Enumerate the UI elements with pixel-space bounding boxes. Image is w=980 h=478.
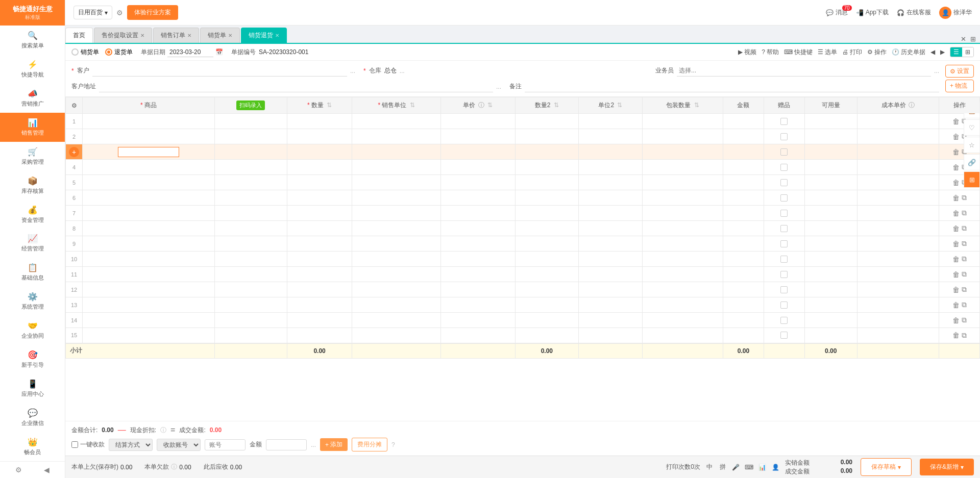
delete-row-7-button[interactable]: 🗑 — [952, 209, 960, 217]
select-order-button[interactable]: ☰ 选单 — [818, 48, 837, 57]
customer-input[interactable] — [92, 65, 347, 77]
row-qty-3[interactable] — [287, 144, 352, 160]
gift-checkbox-6[interactable] — [780, 194, 788, 202]
unit2-sort-icon[interactable]: ⇅ — [617, 102, 622, 109]
row-sale-unit-1[interactable] — [352, 114, 441, 129]
tab-sale-delivery-close-icon[interactable]: ✕ — [228, 33, 232, 38]
customer-dots[interactable]: ... — [350, 67, 355, 74]
delete-row-3-button[interactable]: 🗑 — [952, 147, 960, 156]
address-dots[interactable]: ... — [496, 83, 501, 90]
tab-sale-price-close-icon[interactable]: ✕ — [140, 33, 144, 38]
copy-row-8-button[interactable]: ⧉ — [962, 224, 967, 233]
row-gift-3[interactable] — [764, 144, 804, 160]
date-input[interactable] — [167, 47, 213, 57]
copy-row-13-button[interactable]: ⧉ — [962, 300, 967, 309]
operate-button[interactable]: ⚙ 操作 — [867, 48, 887, 57]
tab-sale-delivery[interactable]: 销货单 ✕ — [200, 28, 240, 43]
row-unit2-2[interactable] — [579, 129, 643, 144]
save-draft-button[interactable]: 保存草稿 ▾ — [861, 458, 912, 476]
settle-method-select[interactable]: 结算方式 — [109, 439, 153, 451]
sale-unit-sort-icon[interactable]: ⇅ — [410, 102, 415, 109]
gift-checkbox-10[interactable] — [780, 256, 788, 263]
sidebar-item-system[interactable]: ⚙️ 系统管理 — [0, 287, 65, 316]
pack-qty-sort-icon[interactable]: ⇅ — [694, 102, 699, 109]
salesperson-dots[interactable]: ... — [934, 67, 939, 74]
row-unit-price-1[interactable] — [441, 114, 515, 129]
float-link-button[interactable]: 🔗 — [964, 154, 980, 170]
sidebar-item-appstore[interactable]: 📱 应用中心 — [0, 374, 65, 403]
radio-delivery[interactable]: 销货单 — [71, 48, 99, 57]
user-profile-button[interactable]: 👤 徐泽华 — [939, 7, 972, 19]
delete-row-8-button[interactable]: 🗑 — [952, 224, 960, 233]
row-sale-unit-3[interactable] — [352, 144, 441, 160]
split-cost-button[interactable]: 费用分摊 — [352, 438, 387, 451]
row-qty2-3[interactable] — [515, 144, 579, 160]
float-table-button[interactable]: ⊞ — [964, 171, 980, 188]
sidebar-item-marketing[interactable]: 📣 营销推广 — [0, 84, 65, 113]
split-help-icon[interactable]: ? — [391, 441, 395, 448]
radio-return[interactable]: 退货单 — [105, 48, 133, 57]
delete-row-14-button[interactable]: 🗑 — [952, 316, 960, 324]
amount-input[interactable] — [266, 439, 307, 450]
taskbar-icon-2[interactable]: 拼 — [718, 462, 728, 472]
sidebar-item-search[interactable]: 🔍 搜索菜单 — [0, 26, 65, 55]
gift-checkbox-1[interactable] — [780, 118, 788, 125]
scan-button[interactable]: 扫码录入 — [236, 100, 265, 110]
account-no-input[interactable] — [205, 439, 246, 450]
th-scan[interactable]: 扫码录入 — [214, 97, 287, 114]
taskbar-icon-6[interactable]: 👤 — [771, 462, 781, 472]
float-star-button[interactable]: ☆ — [964, 137, 980, 153]
tab-home[interactable]: 首页 — [65, 28, 93, 43]
taskbar-icon-1[interactable]: 中 — [704, 462, 715, 472]
sidebar-item-basic[interactable]: 📋 基础信息 — [0, 258, 65, 287]
remark-input[interactable] — [525, 81, 939, 92]
message-button[interactable]: 💬 消息 70 — [826, 8, 848, 17]
row-amount-2[interactable] — [723, 129, 764, 144]
gift-checkbox-11[interactable] — [780, 271, 788, 278]
row-product-2[interactable] — [83, 129, 215, 144]
gift-checkbox-13[interactable] — [780, 301, 788, 309]
address-input[interactable] — [99, 81, 493, 92]
float-heart-button[interactable]: ♡ — [964, 119, 980, 136]
copy-row-14-button[interactable]: ⧉ — [962, 316, 967, 324]
logistics-button[interactable]: + 物流 — [945, 80, 974, 92]
row-qty-2[interactable] — [287, 129, 352, 144]
row-unit2-3[interactable] — [579, 144, 643, 160]
delete-row-11-button[interactable]: 🗑 — [952, 270, 960, 279]
row-unit2-1[interactable] — [579, 114, 643, 129]
row-sale-unit-2[interactable] — [352, 129, 441, 144]
row-gift-1[interactable] — [764, 114, 804, 129]
nav-next-icon[interactable]: ▶ — [940, 48, 945, 56]
sidebar-item-operation[interactable]: 📈 经营管理 — [0, 229, 65, 258]
delete-row-4-button[interactable]: 🗑 — [952, 163, 960, 171]
gift-checkbox-2[interactable] — [780, 133, 788, 140]
gift-checkbox-8[interactable] — [780, 225, 788, 232]
help-button[interactable]: ? 帮助 — [762, 48, 779, 57]
copy-row-15-button[interactable]: ⧉ — [962, 331, 967, 340]
row-qty2-1[interactable] — [515, 114, 579, 129]
sidebar-item-newbie[interactable]: 🎯 新手引导 — [0, 345, 65, 374]
gift-checkbox-12[interactable] — [780, 286, 788, 293]
delete-row-13-button[interactable]: 🗑 — [952, 300, 960, 309]
row-available-1[interactable] — [804, 114, 857, 129]
settings-button[interactable]: ⚙ 设置 — [945, 65, 974, 78]
tab-sale-price[interactable]: 售价提取设置 ✕ — [94, 28, 152, 43]
tab-sale-return-close-icon[interactable]: ✕ — [275, 33, 279, 38]
unit-price-info-icon[interactable]: ⓘ — [478, 102, 484, 109]
row-product-1[interactable] — [83, 114, 215, 129]
qty2-sort-icon[interactable]: ⇅ — [554, 102, 559, 109]
sidebar-item-wechat[interactable]: 💬 企业微信 — [0, 403, 65, 432]
delete-row-10-button[interactable]: 🗑 — [952, 255, 960, 263]
copy-row-6-button[interactable]: ⧉ — [962, 193, 967, 202]
delete-row-12-button[interactable]: 🗑 — [952, 285, 960, 294]
nav-prev-icon[interactable]: ◀ — [930, 48, 935, 56]
gift-checkbox-4[interactable] — [780, 164, 788, 171]
online-service-button[interactable]: 🎧 在线客服 — [897, 8, 931, 17]
gift-checkbox-14[interactable] — [780, 317, 788, 324]
one-click-payment-checkbox[interactable] — [71, 441, 78, 448]
gift-checkbox-5[interactable] — [780, 179, 788, 186]
app-download-button[interactable]: 📲 App下载 — [856, 8, 889, 17]
sidebar-item-enterprise[interactable]: 🤝 企业协同 — [0, 316, 65, 345]
account-select[interactable]: 收款账号 — [157, 439, 201, 451]
row-gift-2[interactable] — [764, 129, 804, 144]
